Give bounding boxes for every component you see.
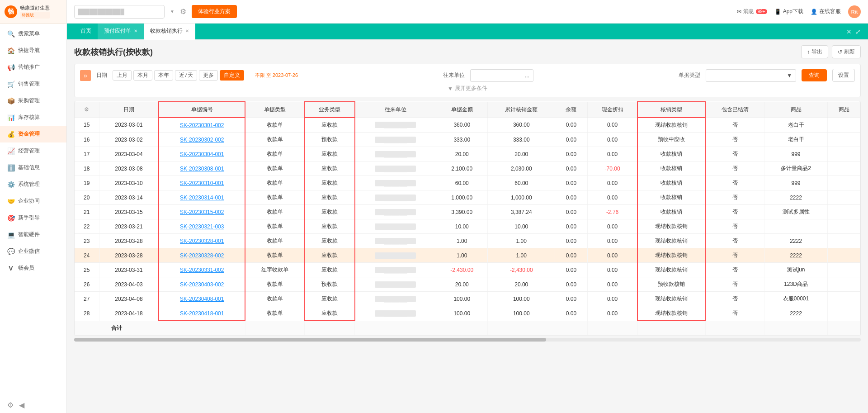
code-link[interactable]: SK-20230328-002 bbox=[180, 252, 224, 259]
sidebar-item-corp[interactable]: 🤝 企业协同 bbox=[0, 193, 66, 209]
cell-product1: 2222 bbox=[764, 234, 828, 248]
sidebar-item-marketing[interactable]: 📢 营销推广 bbox=[0, 59, 66, 76]
cell-date: 2023-03-10 bbox=[99, 176, 159, 190]
export-btn[interactable]: ↑ 导出 bbox=[801, 45, 828, 58]
sidebar-item-basic[interactable]: ℹ️ 基础信息 bbox=[0, 159, 66, 176]
tab-close-all-icon[interactable]: ✕ bbox=[846, 28, 852, 35]
sidebar-item-label: 库存核算 bbox=[18, 114, 40, 121]
cell-counterpart: ██████ bbox=[355, 176, 436, 190]
expand-more-btn[interactable]: ▼ 展开更多条件 bbox=[448, 85, 487, 92]
cell-code: SK-20230310-001 bbox=[159, 176, 245, 190]
cell-product2 bbox=[828, 133, 860, 147]
cell-date: 2023-03-08 bbox=[99, 161, 159, 176]
cell-no: 27 bbox=[75, 292, 99, 306]
avatar[interactable]: Rit bbox=[848, 5, 861, 18]
sidebar-item-inventory[interactable]: 📊 库存核算 bbox=[0, 109, 66, 126]
sidebar-item-label: 经营管理 bbox=[18, 147, 40, 155]
topbar-gear-icon[interactable]: ⚙ bbox=[180, 7, 186, 16]
query-btn[interactable]: 查询 bbox=[802, 69, 827, 81]
tab-prepay-close[interactable]: ✕ bbox=[134, 28, 137, 33]
code-link[interactable]: SK-20230308-001 bbox=[180, 166, 224, 172]
sidebar-item-finance[interactable]: 💰 资金管理 bbox=[0, 126, 66, 142]
cell-bill-type: 收款单 bbox=[245, 147, 304, 161]
code-link[interactable]: SK-20230304-001 bbox=[180, 151, 224, 157]
filter-this-year[interactable]: 本年 bbox=[154, 70, 173, 81]
tab-collection-close[interactable]: ✕ bbox=[185, 28, 189, 33]
cell-bill-type: 收款单 bbox=[245, 133, 304, 147]
code-link[interactable]: SK-20230302-002 bbox=[180, 137, 224, 143]
sidebar-item-guide[interactable]: 🎯 新手引导 bbox=[0, 209, 66, 226]
sidebar-item-quicknav[interactable]: 🏠 快捷导航 bbox=[0, 42, 66, 59]
filter-more[interactable]: 更多 bbox=[199, 70, 218, 81]
logo-name: 畅康道好生意 bbox=[20, 5, 50, 11]
filter-this-month[interactable]: 本月 bbox=[133, 70, 152, 81]
filter-collapse-btn[interactable]: » bbox=[80, 70, 91, 81]
cell-code: SK-20230321-003 bbox=[159, 219, 245, 234]
cell-bill-type: 收款单 bbox=[245, 277, 304, 292]
th-included: 包含已结清 bbox=[705, 102, 764, 118]
topbar-dropdown-icon[interactable]: ▼ bbox=[170, 9, 175, 14]
sidebar-item-purchase[interactable]: 📦 采购管理 bbox=[0, 92, 66, 109]
code-link[interactable]: SK-20230301-002 bbox=[180, 122, 224, 128]
cell-balance: 0.00 bbox=[555, 118, 587, 133]
sidebar-settings-btn[interactable]: ⚙ bbox=[7, 401, 14, 409]
sidebar-collapse-btn[interactable]: ◀ bbox=[19, 401, 24, 409]
message-btn[interactable]: ✉ 消息 99+ bbox=[737, 8, 767, 15]
receipt-type-select[interactable]: ▼ bbox=[706, 69, 796, 82]
filter-custom[interactable]: 自定义 bbox=[220, 70, 244, 81]
th-settings[interactable]: ⚙ bbox=[75, 102, 99, 118]
table-row: 27 2023-04-08 SK-20230408-001 收款单 应收款 ██… bbox=[75, 292, 860, 306]
refresh-label: 刷新 bbox=[844, 48, 855, 56]
sidebar-item-weixin[interactable]: 💬 企业微信 bbox=[0, 243, 66, 260]
cell-date: 2023-04-03 bbox=[99, 277, 159, 292]
sidebar-item-label: 销售管理 bbox=[18, 80, 40, 88]
service-label: 在线客服 bbox=[819, 8, 841, 15]
tab-collection[interactable]: 收款核销执行 ✕ bbox=[144, 24, 195, 40]
cell-discount: 0.00 bbox=[587, 176, 637, 190]
refresh-btn[interactable]: ↺ 刷新 bbox=[832, 45, 861, 58]
sidebar-item-search[interactable]: 🔍 搜索菜单 bbox=[0, 25, 66, 42]
code-link[interactable]: SK-20230321-003 bbox=[180, 223, 224, 230]
cell-date: 2023-03-31 bbox=[99, 263, 159, 277]
sidebar-item-sales[interactable]: 🛒 销售管理 bbox=[0, 76, 66, 92]
tab-home[interactable]: 首页 bbox=[74, 24, 98, 40]
horizontal-scrollbar[interactable] bbox=[74, 338, 861, 342]
code-link[interactable]: SK-20230328-001 bbox=[180, 238, 224, 244]
code-link[interactable]: SK-20230331-002 bbox=[180, 267, 224, 273]
tab-maximize-icon[interactable]: ⤢ bbox=[855, 28, 861, 35]
sidebar-item-system[interactable]: ⚙️ 系统管理 bbox=[0, 176, 66, 193]
cell-no: 20 bbox=[75, 190, 99, 205]
topbar-search-box[interactable]: ████████████ bbox=[74, 5, 165, 19]
sidebar-item-operation[interactable]: 📈 经营管理 bbox=[0, 142, 66, 159]
app-download-btn[interactable]: 📱 App下载 bbox=[774, 8, 803, 15]
table-row: 21 2023-03-15 SK-20230315-002 收款单 应收款 ██… bbox=[75, 205, 860, 219]
counterpart-select[interactable]: ... bbox=[470, 69, 533, 82]
cell-included: 否 bbox=[705, 306, 764, 321]
industry-btn[interactable]: 体验行业方案 bbox=[192, 5, 237, 18]
filter-date-options: 上月 本月 本年 近7天 更多 自定义 bbox=[113, 70, 244, 81]
code-link[interactable]: SK-20230403-002 bbox=[180, 281, 224, 288]
settings-btn[interactable]: 设置 bbox=[832, 69, 855, 82]
date-filter-label: 日期 bbox=[96, 71, 107, 79]
cell-bill-type: 收款单 bbox=[245, 190, 304, 205]
filter-last-month[interactable]: 上月 bbox=[113, 70, 132, 81]
code-link[interactable]: SK-20230315-002 bbox=[180, 209, 224, 215]
filter-7days[interactable]: 近7天 bbox=[175, 70, 197, 81]
code-link[interactable]: SK-20230408-001 bbox=[180, 296, 224, 302]
column-settings-icon[interactable]: ⚙ bbox=[84, 106, 89, 113]
sidebar-item-member[interactable]: V 畅会员 bbox=[0, 260, 66, 276]
home-icon: 🏠 bbox=[7, 47, 14, 54]
code-link[interactable]: SK-20230314-001 bbox=[180, 195, 224, 201]
code-link[interactable]: SK-20230310-001 bbox=[180, 180, 224, 186]
cell-biz-type: 应收款 bbox=[304, 161, 355, 176]
cell-date: 2023-03-01 bbox=[99, 118, 159, 133]
cell-biz-type: 应收款 bbox=[304, 248, 355, 263]
tab-prepay[interactable]: 预付应付单 ✕ bbox=[98, 24, 144, 40]
cell-included: 否 bbox=[705, 161, 764, 176]
code-link[interactable]: SK-20230418-001 bbox=[180, 310, 224, 317]
service-btn[interactable]: 👤 在线客服 bbox=[811, 8, 841, 15]
th-biz-type: 业务类型 bbox=[304, 102, 355, 118]
main-content: ████████████ ▼ ⚙ 体验行业方案 ✉ 消息 99+ 📱 App下载… bbox=[67, 0, 868, 413]
cell-counterpart: ██████ bbox=[355, 147, 436, 161]
sidebar-item-hardware[interactable]: 💻 智能硬件 bbox=[0, 226, 66, 243]
